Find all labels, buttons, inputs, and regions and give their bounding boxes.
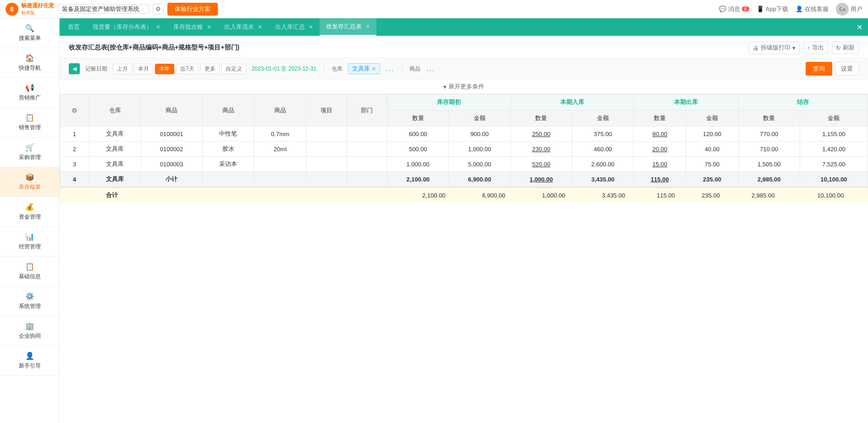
system-select-wrapper: 装备及固定资产辅助管理系统 bbox=[58, 4, 149, 14]
experience-btn[interactable]: 体验行业方案 bbox=[167, 3, 218, 16]
system-select[interactable]: 装备及固定资产辅助管理系统 bbox=[58, 4, 149, 14]
sidebar-item-newuser[interactable]: 👤 新手引导 bbox=[0, 346, 59, 376]
goods-filter-label: 商品 bbox=[409, 65, 420, 73]
tab-home[interactable]: 首页 bbox=[61, 18, 86, 36]
print-btn[interactable]: 🖨 拆镶版打印 ▾ bbox=[749, 41, 800, 54]
page-header-actions: 🖨 拆镶版打印 ▾ ↑ 导出 ↻ 刷新 bbox=[749, 41, 859, 54]
tab-stock-dist[interactable]: 现货量（库存分布表）✕ bbox=[86, 18, 167, 36]
sidebar-item-operation[interactable]: 📊 经营管理 bbox=[0, 227, 59, 257]
subtotal-out-amt: 235.00 bbox=[686, 172, 738, 187]
tabs-close-all[interactable]: ✕ bbox=[853, 21, 866, 33]
footer-empty1 bbox=[60, 188, 82, 203]
opening-qty-header: 数量 bbox=[387, 110, 448, 126]
sidebar-item-marketing[interactable]: 📢 营销推广 bbox=[0, 78, 59, 108]
footer-in-qty: 1,000.00 bbox=[524, 188, 584, 203]
logo-sub: 标准版 bbox=[21, 10, 54, 16]
logo-text-area: 畅捷通好生意 标准版 bbox=[21, 2, 54, 16]
subtotal-label: 小计 bbox=[141, 172, 202, 187]
footer-close-amt: 10,100.00 bbox=[793, 188, 868, 203]
date-btn-1[interactable]: 本月 bbox=[134, 64, 153, 74]
row-project bbox=[306, 126, 347, 142]
sidebar-item-system[interactable]: ⚙️ 系统管理 bbox=[0, 286, 59, 316]
row-department bbox=[347, 126, 387, 142]
tab-recv-send-summary[interactable]: 收发存汇总表✕ bbox=[320, 18, 376, 36]
tab-close-inout-summary[interactable]: ✕ bbox=[309, 24, 313, 30]
page-content: 收发存汇总表(按仓库+商品编码+商品+规格型号+项目+部门) 🖨 拆镶版打印 ▾… bbox=[60, 36, 868, 423]
date-btn-3[interactable]: 近7天 bbox=[176, 64, 199, 74]
purchase-label: 采购管理 bbox=[19, 154, 41, 161]
subtotal-empty3 bbox=[306, 172, 347, 187]
warehouse-tag-close[interactable]: ✕ bbox=[372, 66, 376, 72]
goods-more-dots[interactable]: ... bbox=[426, 65, 435, 73]
user-item[interactable]: Ea 用户 bbox=[836, 3, 862, 16]
service-icon: 👤 bbox=[796, 5, 803, 12]
table-settings-icon[interactable]: ⚙ bbox=[72, 107, 77, 114]
quick-label: 快捷导航 bbox=[19, 64, 41, 72]
app-download-item[interactable]: 📱 App下载 bbox=[757, 5, 788, 13]
query-btn[interactable]: 查询 bbox=[806, 62, 832, 76]
out-amt-header: 金额 bbox=[686, 110, 738, 126]
refresh-btn[interactable]: ↻ 刷新 bbox=[832, 41, 859, 54]
sidebar-item-inventory[interactable]: 📦 库存核算 bbox=[0, 167, 59, 197]
app-download-label: App下载 bbox=[766, 5, 788, 13]
table-footer: 合计 2,100.00 6,900.00 1,000.00 3,435.00 1… bbox=[60, 187, 868, 203]
footer-table: 合计 2,100.00 6,900.00 1,000.00 3,435.00 1… bbox=[60, 188, 868, 203]
warehouse-tag: 文具库 ✕ bbox=[348, 63, 380, 74]
set-btn[interactable]: 设置 bbox=[835, 62, 859, 76]
table-body: 1 文具库 0100001 中性笔 0.7mm 600.00 900.00 25… bbox=[60, 126, 868, 187]
in-qty-header: 数量 bbox=[510, 110, 572, 126]
tab-inout-flow[interactable]: 出入库流水✕ bbox=[218, 18, 269, 36]
subtotal-no: 4 bbox=[60, 172, 89, 187]
subtotal-close-amt: 10,100.00 bbox=[800, 172, 868, 187]
row-goods-name: 胶水 bbox=[202, 142, 254, 157]
date-btn-4[interactable]: 更多 bbox=[200, 64, 220, 74]
page-header: 收发存汇总表(按仓库+商品编码+商品+规格型号+项目+部门) 🖨 拆镶版打印 ▾… bbox=[60, 36, 868, 58]
tab-close-inout-flow[interactable]: ✕ bbox=[258, 24, 262, 30]
expand-row[interactable]: ▾ 展开更多条件 bbox=[60, 80, 868, 94]
sidebar-item-search[interactable]: 🔍 搜索菜单 bbox=[0, 18, 59, 48]
date-btn-2[interactable]: 本年 bbox=[155, 64, 174, 74]
sidebar-item-basic[interactable]: 📋 基础信息 bbox=[0, 257, 59, 286]
footer-empty3 bbox=[202, 188, 262, 203]
message-item[interactable]: 💬 消息 6 bbox=[719, 5, 749, 13]
settings-icon[interactable]: ⚙ bbox=[153, 4, 164, 15]
settings-col-header: ⚙ bbox=[60, 94, 89, 126]
tab-close-batch[interactable]: ✕ bbox=[207, 24, 211, 30]
tab-close-recv-send-summary[interactable]: ✕ bbox=[365, 24, 370, 29]
logo-area: 6 畅捷通好生意 标准版 bbox=[6, 2, 54, 16]
tab-batch[interactable]: 库存批次账✕ bbox=[167, 18, 218, 36]
sales-label: 销售管理 bbox=[19, 124, 41, 132]
tab-label-home: 首页 bbox=[68, 23, 80, 31]
inventory-label: 库存核算 bbox=[19, 183, 41, 191]
subtotal-in-amt: 3,435.00 bbox=[572, 172, 634, 187]
warehouse-more-dots[interactable]: ... bbox=[386, 65, 394, 73]
goods-spec-col-header: 商品 bbox=[254, 94, 306, 126]
sidebar-item-quick[interactable]: 🏠 快捷导航 bbox=[0, 48, 59, 78]
warehouse-tag-text: 文具库 bbox=[352, 65, 370, 73]
row-goods-code: 0100002 bbox=[141, 142, 202, 157]
sidebar-item-enterprise[interactable]: 🏢 企业协同 bbox=[0, 316, 59, 346]
subtotal-warehouse: 文具库 bbox=[89, 172, 141, 187]
tab-inout-summary[interactable]: 出入库汇总✕ bbox=[269, 18, 320, 36]
footer-empty5 bbox=[314, 188, 359, 203]
row-out-amt: 120.00 bbox=[686, 126, 738, 142]
row-open-qty: 600.00 bbox=[387, 126, 448, 142]
out-qty-header: 数量 bbox=[634, 110, 686, 126]
sidebar-item-finance[interactable]: 💰 资金管理 bbox=[0, 197, 59, 227]
date-btn-5[interactable]: 自定义 bbox=[221, 64, 246, 74]
export-btn[interactable]: ↑ 导出 bbox=[803, 41, 829, 54]
filter-toggle-btn[interactable]: ◀ bbox=[69, 63, 80, 74]
sidebar-item-sales[interactable]: 📋 销售管理 bbox=[0, 108, 59, 137]
row-in-amt: 460.00 bbox=[572, 142, 634, 157]
footer-out-amt: 235.00 bbox=[688, 188, 733, 203]
tab-label-inout-flow: 出入库流水 bbox=[224, 23, 254, 31]
tab-close-stock-dist[interactable]: ✕ bbox=[156, 24, 160, 30]
row-project bbox=[306, 157, 347, 172]
date-btn-0[interactable]: 上月 bbox=[113, 64, 132, 74]
sidebar-item-purchase[interactable]: 🛒 采购管理 bbox=[0, 137, 59, 167]
message-label: 消息 bbox=[728, 5, 740, 13]
sales-icon: 📋 bbox=[25, 113, 34, 122]
online-service-item[interactable]: 👤 在线客服 bbox=[796, 5, 829, 13]
search-icon: 🔍 bbox=[25, 24, 34, 33]
subtotal-close-qty: 2,985.00 bbox=[738, 172, 800, 187]
